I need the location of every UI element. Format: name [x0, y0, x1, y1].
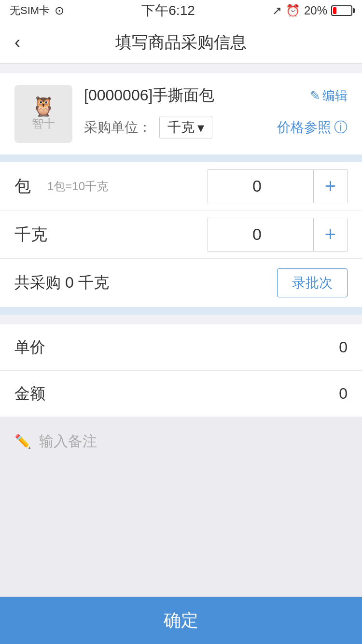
alarm-icon: ⏰ [286, 4, 300, 17]
summary-row: 共采购 0 千克 录批次 [0, 259, 362, 307]
amount-label: 金额 [14, 383, 45, 405]
purchase-unit-label: 采购单位： [84, 118, 152, 137]
status-left: 无SIM卡 ⊙ [10, 3, 64, 18]
confirm-button[interactable]: 确定 [0, 597, 362, 644]
record-batch-button[interactable]: 录批次 [277, 268, 348, 297]
purchase-unit-row: 采购单位： 千克 ▾ 价格参照 ⓘ [84, 116, 348, 139]
page-title: 填写商品采购信息 [115, 31, 247, 54]
kg-input-control: + [208, 218, 348, 252]
bag-sublabel: 1包=10千克 [47, 179, 208, 194]
bag-plus-button[interactable]: + [314, 169, 348, 203]
battery-percent: 20% [304, 4, 327, 17]
kg-plus-button[interactable]: + [314, 218, 348, 252]
bag-input-row: 包 1包=10千克 + [0, 162, 362, 210]
bag-quantity-input[interactable] [208, 169, 314, 203]
kg-quantity-input[interactable] [208, 218, 314, 252]
kg-label: 千克 [14, 224, 47, 246]
pencil-icon: ✏️ [14, 434, 31, 449]
status-bar: 无SIM卡 ⊙ 下午6:12 ↗ ⏰ 20% [0, 0, 362, 21]
product-thumbnail: 🦉 智十 [14, 85, 72, 143]
amount-value: 0 [339, 385, 348, 403]
bag-input-control: + [208, 169, 348, 203]
price-section: 单价 0 金额 0 [0, 324, 362, 417]
kg-input-row: 千克 + [0, 210, 362, 259]
bag-label: 包 [14, 175, 43, 197]
product-logo-text: 智十 [32, 116, 55, 131]
time-display: 下午6:12 [141, 1, 195, 20]
unit-price-row: 单价 0 [0, 324, 362, 371]
note-placeholder: 输入备注 [39, 432, 97, 451]
sim-label: 无SIM卡 [10, 3, 50, 18]
status-right: ↗ ⏰ 20% [272, 4, 352, 17]
summary-text: 共采购 0 千克 [14, 272, 109, 294]
kg-section: 千克 + [0, 210, 362, 259]
product-card: 🦉 智十 [0000006]手撕面包 ✎ 编辑 采购单位： 千克 ▾ 价格参照 … [0, 73, 362, 154]
back-button[interactable]: ‹ [14, 32, 20, 53]
product-full-name: [0000006]手撕面包 [84, 85, 214, 106]
note-section[interactable]: ✏️ 输入备注 [0, 417, 362, 466]
location-icon: ↗ [272, 4, 282, 17]
price-ref-button[interactable]: 价格参照 ⓘ [277, 118, 348, 137]
nav-bar: ‹ 填写商品采购信息 [0, 21, 362, 64]
section-divider-1 [0, 154, 362, 162]
wifi-icon: ⊙ [55, 4, 64, 17]
edit-button[interactable]: ✎ 编辑 [310, 87, 348, 104]
product-name-row: [0000006]手撕面包 ✎ 编辑 [84, 85, 348, 106]
unit-select[interactable]: 千克 ▾ [159, 116, 212, 139]
battery-indicator [331, 5, 352, 16]
dropdown-icon: ▾ [197, 120, 204, 136]
unit-price-value: 0 [339, 338, 348, 356]
product-info: [0000006]手撕面包 ✎ 编辑 采购单位： 千克 ▾ 价格参照 ⓘ [84, 85, 348, 139]
unit-price-label: 单价 [14, 337, 45, 358]
unit-value: 千克 [167, 118, 195, 137]
section-divider-2 [0, 307, 362, 315]
edit-icon: ✎ [310, 88, 320, 103]
bag-section: 包 1包=10千克 + [0, 162, 362, 210]
product-logo-icon: 🦉 [31, 97, 56, 116]
amount-row: 金额 0 [0, 371, 362, 417]
info-icon: ⓘ [334, 118, 348, 137]
